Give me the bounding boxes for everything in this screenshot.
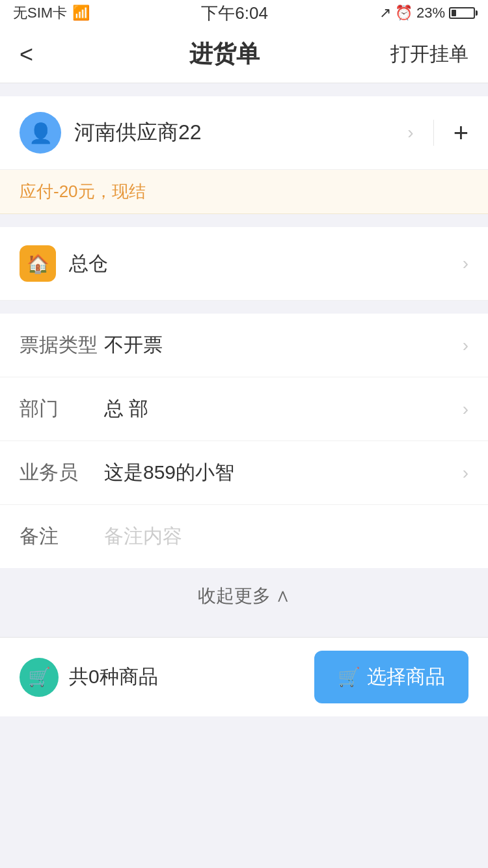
battery-fill (452, 10, 456, 16)
open-pending-button[interactable]: 打开挂单 (390, 41, 468, 68)
page-title: 进货单 (189, 38, 260, 70)
department-row[interactable]: 部门 总 部 › (0, 377, 488, 441)
salesman-row[interactable]: 业务员 这是859的小智 › (0, 441, 488, 505)
nav-bar: < 进货单 打开挂单 (0, 26, 488, 83)
avatar-icon: 👤 (29, 122, 53, 144)
status-bar: 无SIM卡 📶 下午6:04 ↗ ⏰ 23% (0, 0, 488, 26)
select-product-label: 选择商品 (367, 664, 445, 690)
vertical-divider (433, 120, 434, 146)
supplier-card: 👤 河南供应商22 › + 应付-20元，现结 (0, 96, 488, 214)
form-card: 票据类型 不开票 › 部门 总 部 › 业务员 这是859的小智 › 备注 备注… (0, 314, 488, 568)
department-label: 部门 (20, 396, 104, 422)
status-right: ↗ ⏰ 23% (379, 5, 475, 21)
notice-text: 应付-20元，现结 (20, 182, 146, 201)
invoice-type-row[interactable]: 票据类型 不开票 › (0, 314, 488, 377)
warehouse-card: 🏠 总仓 › (0, 227, 488, 301)
remark-label: 备注 (20, 523, 104, 550)
remark-value[interactable]: 备注内容 (104, 523, 468, 550)
empty-space (0, 716, 488, 868)
add-supplier-button[interactable]: + (454, 118, 468, 148)
supplier-name: 河南供应商22 (74, 118, 407, 147)
supplier-avatar: 👤 (20, 112, 61, 154)
notice-banner: 应付-20元，现结 (0, 170, 488, 214)
warehouse-row[interactable]: 🏠 总仓 › (0, 227, 488, 301)
carrier-text: 无SIM卡 (13, 3, 67, 23)
supplier-chevron-icon: › (407, 122, 413, 143)
salesman-chevron-icon: › (463, 463, 468, 483)
supplier-row[interactable]: 👤 河南供应商22 › + (0, 96, 488, 170)
warehouse-name: 总仓 (69, 251, 463, 277)
location-icon: ↗ (379, 5, 391, 21)
salesman-label: 业务员 (20, 459, 104, 486)
wifi-icon: 📶 (72, 5, 90, 21)
invoice-type-label: 票据类型 (20, 332, 104, 359)
remark-row[interactable]: 备注 备注内容 (0, 505, 488, 568)
battery-icon (449, 7, 475, 19)
select-product-icon: 🛒 (338, 666, 360, 688)
invoice-type-chevron-icon: › (463, 335, 468, 356)
collapse-button[interactable]: 收起更多 ∧ (198, 586, 291, 606)
back-button[interactable]: < (20, 41, 59, 68)
salesman-value: 这是859的小智 (104, 459, 456, 486)
department-value: 总 部 (104, 396, 456, 422)
section-gap-3 (0, 301, 488, 314)
department-chevron-icon: › (463, 399, 468, 420)
battery-percent: 23% (416, 5, 445, 21)
warehouse-icon: 🏠 (20, 245, 56, 282)
bottom-bar: 🛒 共0种商品 🛒 选择商品 (0, 637, 488, 716)
collapse-section: 收起更多 ∧ (0, 568, 488, 624)
product-icon: 🛒 (20, 658, 59, 697)
cart-icon: 🛒 (28, 666, 51, 688)
section-gap-1 (0, 83, 488, 96)
product-count: 共0种商品 (69, 664, 314, 690)
select-product-button[interactable]: 🛒 选择商品 (314, 651, 468, 703)
invoice-type-value: 不开票 (104, 332, 456, 359)
status-left: 无SIM卡 📶 (13, 3, 90, 23)
alarm-icon: ⏰ (395, 5, 413, 21)
status-time: 下午6:04 (201, 2, 268, 25)
section-gap-4 (0, 624, 488, 637)
section-gap-2 (0, 214, 488, 227)
warehouse-chevron-icon: › (463, 253, 468, 274)
